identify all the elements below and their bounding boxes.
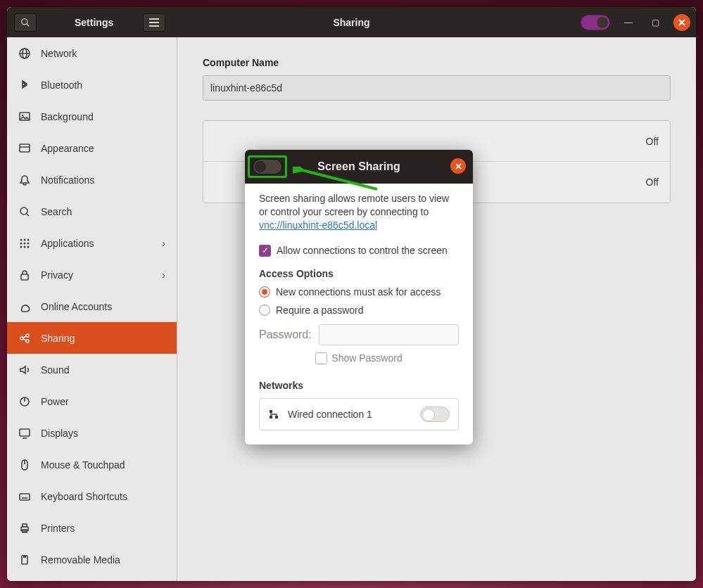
network-switch[interactable] (420, 407, 450, 422)
sidebar-item-bluetooth[interactable]: Bluetooth (7, 69, 177, 101)
svg-rect-43 (23, 524, 27, 527)
dialog-title: Screen Sharing (317, 160, 400, 173)
sidebar-item-label: Power (41, 396, 69, 407)
svg-point-23 (24, 245, 26, 248)
privacy-icon (18, 269, 31, 281)
globe-icon (18, 47, 31, 60)
close-icon (455, 163, 462, 170)
sidebar-item-label: Online Accounts (41, 301, 112, 312)
svg-point-20 (24, 242, 26, 244)
computer-name-input[interactable] (203, 75, 671, 101)
svg-line-30 (23, 339, 26, 340)
sidebar-item-label: Search (41, 206, 72, 217)
sidebar-item-power[interactable]: Power (7, 385, 177, 417)
svg-point-19 (20, 242, 23, 244)
close-icon (678, 19, 685, 26)
screen-sharing-switch[interactable] (253, 159, 282, 174)
access-options-heading: Access Options (259, 268, 459, 279)
applications-icon (18, 237, 31, 250)
share-status: Off (646, 177, 659, 188)
sidebar-item-privacy[interactable]: Privacy› (7, 259, 177, 290)
network-row: Wired connection 1 (260, 399, 458, 430)
sidebar-item-online-accounts[interactable]: Online Accounts (7, 290, 177, 322)
svg-point-17 (24, 238, 26, 241)
allow-control-checkbox[interactable]: ✓ (259, 245, 271, 257)
window-close-button[interactable] (673, 14, 690, 31)
svg-point-16 (20, 238, 23, 241)
vnc-link[interactable]: vnc://linuxhint-e86c5d.local (259, 219, 377, 231)
sidebar-item-label: Background (41, 111, 94, 122)
svg-point-11 (22, 114, 24, 116)
sidebar-item-label: Keyboard Shortcuts (41, 491, 127, 502)
window-maximize-button[interactable]: ▢ (647, 14, 664, 31)
app-title: Settings (75, 17, 113, 28)
dialog-close-button[interactable] (450, 158, 466, 174)
password-input (319, 324, 459, 345)
sidebar-item-label: Appearance (41, 143, 94, 154)
radio-ask-row[interactable]: New connections must ask for access (259, 286, 459, 298)
svg-point-27 (26, 334, 29, 337)
radio-password-row[interactable]: Require a password (259, 305, 459, 316)
svg-point-21 (27, 242, 30, 244)
notifications-icon (18, 174, 31, 186)
sidebar-item-notifications[interactable]: Notifications (7, 164, 177, 196)
sidebar-item-label: Privacy (41, 269, 73, 281)
networks-heading: Networks (259, 380, 459, 391)
radio-ask[interactable] (259, 286, 270, 298)
titlebar-menu-button[interactable] (143, 13, 165, 32)
show-password-checkbox (315, 352, 327, 364)
sidebar-item-keyboard-shortcuts[interactable]: Keyboard Shortcuts (7, 480, 177, 512)
chevron-right-icon: › (162, 238, 165, 249)
sidebar-item-appearance[interactable]: Appearance (7, 132, 177, 164)
mouse-icon (18, 459, 31, 471)
radio-password[interactable] (259, 305, 270, 316)
sidebar-item-label: Sound (41, 364, 69, 376)
sidebar-item-label: Removable Media (41, 554, 120, 565)
svg-rect-37 (20, 494, 30, 500)
network-name: Wired connection 1 (288, 409, 372, 420)
dialog-body: Screen sharing allows remote users to vi… (245, 184, 473, 445)
show-password-label: Show Password (331, 352, 402, 364)
sidebar-item-label: Mouse & Touchpad (41, 459, 125, 471)
sharing-icon (18, 332, 31, 345)
window-minimize-button[interactable]: — (620, 14, 637, 31)
svg-rect-33 (20, 429, 30, 436)
sidebar-item-displays[interactable]: Displays (7, 417, 177, 449)
sidebar-item-sharing[interactable]: Sharing (7, 322, 177, 354)
sidebar-item-label: Displays (41, 428, 78, 439)
sidebar-item-background[interactable]: Background (7, 101, 177, 132)
search-icon (18, 205, 31, 218)
svg-line-29 (23, 336, 26, 338)
sidebar-item-sound[interactable]: Sound (7, 354, 177, 385)
sidebar-item-label: Bluetooth (41, 79, 82, 91)
allow-control-label: Allow connections to control the screen (277, 245, 448, 256)
power-icon (18, 395, 31, 408)
titlebar-search-button[interactable] (14, 13, 37, 32)
svg-rect-53 (270, 416, 272, 418)
sound-icon (18, 364, 31, 376)
online-accounts-icon (18, 300, 31, 313)
sidebar-item-printers[interactable]: Printers (7, 512, 177, 544)
background-icon (18, 110, 31, 123)
allow-control-row[interactable]: ✓ Allow connections to control the scree… (259, 245, 459, 257)
svg-rect-25 (21, 274, 28, 280)
wired-network-icon (268, 409, 279, 420)
sidebar-item-removable-media[interactable]: Removable Media (7, 544, 177, 575)
svg-point-18 (27, 238, 30, 241)
titlebar: Settings Sharing — ▢ (7, 7, 696, 37)
svg-point-24 (27, 245, 30, 248)
svg-rect-46 (23, 556, 26, 558)
svg-point-14 (20, 207, 27, 215)
sidebar-item-mouse-touchpad[interactable]: Mouse & Touchpad (7, 449, 177, 480)
sidebar-item-search[interactable]: Search (7, 196, 177, 227)
svg-line-15 (27, 214, 29, 216)
sidebar-item-applications[interactable]: Applications› (7, 227, 177, 259)
annotation-highlight (248, 155, 287, 178)
dialog-description: Screen sharing allows remote users to vi… (259, 192, 459, 232)
bluetooth-icon (18, 79, 31, 91)
sidebar: NetworkBluetoothBackgroundAppearanceNoti… (7, 37, 177, 581)
sharing-master-switch[interactable] (581, 15, 610, 30)
hamburger-icon (149, 18, 159, 27)
sidebar-item-network[interactable]: Network (7, 37, 177, 69)
removable-icon (18, 554, 31, 566)
